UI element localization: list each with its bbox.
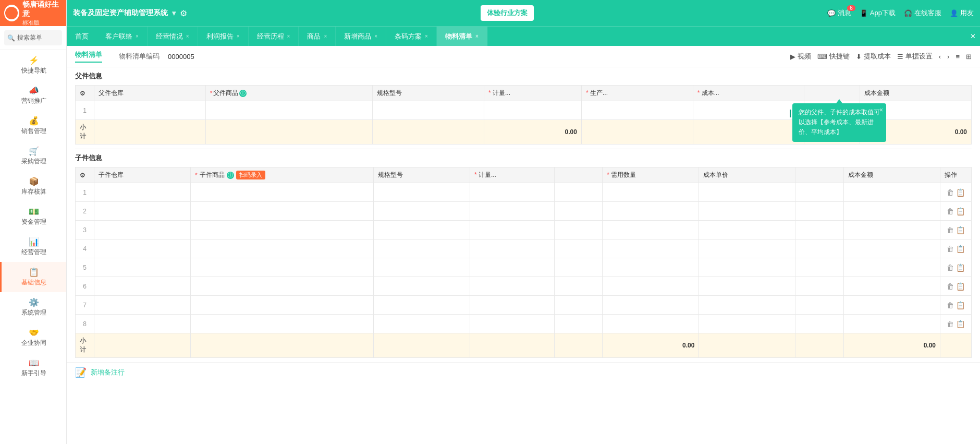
parent-cost-cell[interactable] [693, 101, 804, 120]
child-qty-cell[interactable] [603, 277, 699, 296]
child-unit-cell[interactable] [470, 183, 554, 202]
dropdown-arrow-icon[interactable]: ▾ [172, 9, 176, 17]
sidebar-item-quick-nav[interactable]: ⚡ 快捷导航 [0, 50, 66, 80]
search-menu-button[interactable]: 🔍 搜索菜单 [4, 30, 62, 45]
user-area[interactable]: 👤 用友 [950, 8, 974, 18]
copy-row-button[interactable]: 📋 [956, 207, 965, 215]
sidebar-item-system[interactable]: ⚙️ 系统管理 [0, 292, 66, 322]
sidebar-item-purchase[interactable]: 🛒 采购管理 [0, 141, 66, 171]
child-warehouse-cell[interactable] [94, 202, 191, 221]
child-qty-cell[interactable] [603, 202, 699, 221]
copy-row-button[interactable]: 📋 [956, 263, 965, 272]
child-qty-cell[interactable] [603, 258, 699, 277]
online-service-button[interactable]: 🎧 在线客服 [904, 8, 941, 18]
tab-close-icon[interactable]: × [475, 33, 479, 39]
child-qty-cell[interactable] [603, 315, 699, 333]
copy-row-button[interactable]: 📋 [956, 188, 965, 197]
child-unit-cell[interactable] [470, 221, 554, 239]
parent-unit-cell[interactable] [484, 101, 581, 120]
child-unit-cell[interactable] [470, 258, 554, 277]
single-settings-button[interactable]: ☰ 单据设置 [897, 52, 933, 61]
delete-row-button[interactable]: 🗑 [947, 282, 954, 291]
child-warehouse-cell[interactable] [94, 239, 191, 258]
delete-row-button[interactable]: 🗑 [947, 320, 954, 328]
sidebar-item-guide[interactable]: 📖 新手引导 [0, 353, 66, 383]
tab-close-icon[interactable]: × [136, 33, 139, 39]
copy-row-button[interactable]: 📋 [956, 226, 965, 234]
expand-button[interactable]: ⊞ [966, 53, 972, 61]
child-unit-cell[interactable] [470, 296, 554, 315]
settings-gear-button[interactable]: ⚙ [180, 8, 187, 18]
child-spec-cell[interactable] [373, 296, 470, 315]
child-warehouse-cell[interactable] [94, 315, 191, 333]
child-unit-cost-cell[interactable] [699, 183, 795, 202]
delete-row-button[interactable]: 🗑 [947, 245, 954, 253]
close-all-tabs[interactable]: ✕ [966, 32, 980, 40]
child-product-cell[interactable] [191, 183, 374, 202]
child-qty-cell[interactable] [603, 183, 699, 202]
tab-barcode[interactable]: 条码方案 × [386, 27, 437, 46]
tab-home[interactable]: 首页 [67, 27, 97, 46]
add-row-button[interactable]: 新增备注行 [91, 368, 125, 377]
child-qty-cell[interactable] [603, 221, 699, 239]
sidebar-item-operations[interactable]: 📊 经营管理 [0, 232, 66, 262]
child-unit-cell[interactable] [470, 202, 554, 221]
sidebar-item-finance[interactable]: 💵 资金管理 [0, 201, 66, 232]
child-unit-cost-cell[interactable] [699, 258, 795, 277]
tab-history[interactable]: 经营历程 × [249, 27, 299, 46]
child-spec-cell[interactable] [373, 277, 470, 296]
sidebar-item-basic-info[interactable]: 📋 基础信息 [0, 262, 66, 292]
child-unit-cell[interactable] [470, 239, 554, 258]
delete-row-button[interactable]: 🗑 [947, 263, 954, 272]
sidebar-item-inventory[interactable]: 📦 库存核算 [0, 171, 66, 201]
parent-spec-cell[interactable] [373, 101, 484, 120]
child-spec-cell[interactable] [373, 202, 470, 221]
parent-product-cell[interactable] [205, 101, 373, 120]
sidebar-item-enterprise[interactable]: 🤝 企业协同 [0, 322, 66, 353]
tab-close-icon[interactable]: × [237, 33, 240, 39]
tab-close-icon[interactable]: × [425, 33, 428, 39]
app-download-button[interactable]: 📱 App下载 [860, 8, 896, 18]
scan-badge[interactable]: 扫码录入 [236, 171, 265, 179]
child-unit-cell[interactable] [470, 315, 554, 333]
child-spec-cell[interactable] [373, 183, 470, 202]
tab-close-icon[interactable]: × [374, 33, 377, 39]
child-product-cell[interactable] [191, 202, 374, 221]
child-warehouse-cell[interactable] [94, 183, 191, 202]
tab-close-icon[interactable]: × [324, 33, 327, 39]
child-warehouse-cell[interactable] [94, 277, 191, 296]
child-unit-cost-cell[interactable] [699, 202, 795, 221]
tab-customer[interactable]: 客户联络 × [97, 27, 148, 46]
child-spec-cell[interactable] [373, 239, 470, 258]
child-qty-cell[interactable] [603, 296, 699, 315]
delete-row-button[interactable]: 🗑 [947, 207, 954, 215]
delete-row-button[interactable]: 🗑 [947, 188, 954, 197]
child-product-cell[interactable] [191, 315, 374, 333]
child-product-cell[interactable] [191, 277, 374, 296]
tab-profit[interactable]: 利润报告 × [198, 27, 249, 46]
parent-produce-cell[interactable] [581, 101, 693, 120]
copy-row-button[interactable]: 📋 [956, 245, 965, 253]
trial-button[interactable]: 体验行业方案 [481, 5, 534, 21]
child-unit-cost-cell[interactable] [699, 239, 795, 258]
copy-row-button[interactable]: 📋 [956, 282, 965, 291]
child-warehouse-cell[interactable] [94, 221, 191, 239]
tab-close-icon[interactable]: × [287, 33, 290, 39]
child-spec-cell[interactable] [373, 221, 470, 239]
copy-row-button[interactable]: 📋 [956, 320, 965, 328]
nav-prev-button[interactable]: ‹ [939, 53, 941, 61]
nav-next-button[interactable]: › [947, 53, 949, 61]
tab-new-goods[interactable]: 新增商品 × [336, 27, 386, 46]
messages-button[interactable]: 💬 消息 6 [827, 8, 851, 18]
child-spec-cell[interactable] [373, 258, 470, 277]
view-video-button[interactable]: ▶ 视频 [790, 52, 811, 61]
child-qty-cell[interactable] [603, 239, 699, 258]
child-product-cell[interactable] [191, 239, 374, 258]
child-warehouse-cell[interactable] [94, 296, 191, 315]
child-product-cell[interactable] [191, 221, 374, 239]
tab-close-icon[interactable]: × [186, 33, 189, 39]
child-product-cell[interactable] [191, 296, 374, 315]
child-unit-cost-cell[interactable] [699, 221, 795, 239]
child-unit-cost-cell[interactable] [699, 315, 795, 333]
breadcrumb-bom[interactable]: 物料清单 [75, 50, 102, 63]
